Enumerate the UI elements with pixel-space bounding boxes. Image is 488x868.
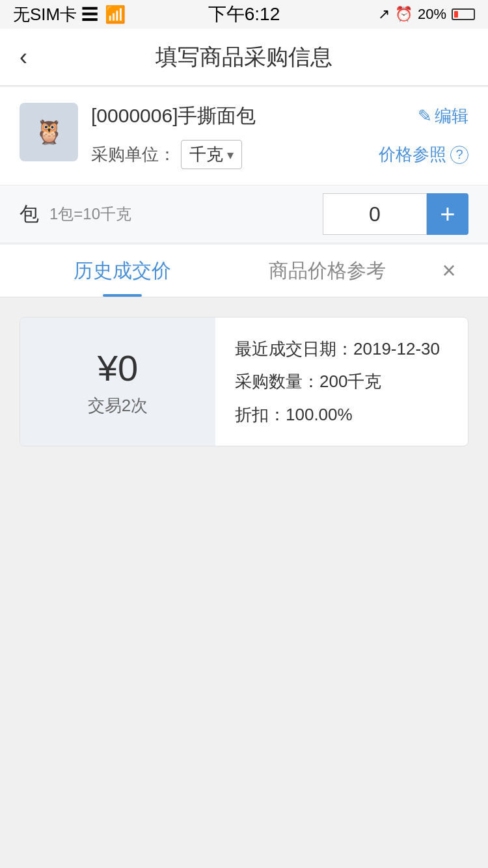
- battery-icon: [452, 8, 475, 20]
- product-info: [0000006]手撕面包 ✎ 编辑 采购单位： 千克 ▾ 价格参照 ?: [91, 103, 468, 169]
- tab-history-price[interactable]: 历史成交价: [20, 245, 224, 297]
- discount-value: 100.00%: [286, 405, 353, 424]
- quantity-unit-hint: 1包=10千克: [49, 204, 131, 224]
- history-card: ¥0 交易2次 最近成交日期：2019-12-30 采购数量：200千克 折扣：…: [20, 317, 468, 446]
- quantity-detail-value: 200千克: [319, 372, 381, 391]
- product-name: [0000006]手撕面包: [91, 103, 256, 129]
- nav-bar: ‹ 填写商品采购信息: [0, 29, 488, 86]
- quantity-label: 包: [20, 201, 39, 228]
- recent-date-label: 最近成交日期：: [235, 339, 353, 359]
- history-section: ¥0 交易2次 最近成交日期：2019-12-30 采购数量：200千克 折扣：…: [0, 297, 488, 466]
- history-price-side: ¥0 交易2次: [20, 318, 215, 446]
- tab-underline: [103, 294, 142, 297]
- status-left: 无SIM卡 ☰ 📶: [13, 3, 126, 26]
- help-icon: ?: [450, 146, 468, 164]
- unit-select[interactable]: 千克 ▾: [181, 140, 242, 169]
- quantity-detail-label: 采购数量：: [235, 372, 319, 391]
- history-trade-count: 交易2次: [88, 394, 148, 417]
- bottom-area: [0, 466, 488, 856]
- product-title: 手撕面包: [178, 105, 256, 126]
- back-button[interactable]: ‹: [0, 44, 47, 71]
- status-right: ↗ ⏰ 20%: [378, 6, 475, 23]
- history-price-value: ¥0: [98, 347, 138, 389]
- history-discount: 折扣：100.00%: [235, 403, 448, 426]
- tab-history-price-label: 历史成交价: [74, 258, 171, 284]
- tab-product-price-ref[interactable]: 商品价格参考: [224, 245, 429, 297]
- discount-label: 折扣：: [235, 405, 286, 424]
- product-card: 🦉 [0000006]手撕面包 ✎ 编辑 采购单位： 千克 ▾ 价格参照 ?: [0, 87, 488, 185]
- history-recent-date: 最近成交日期：2019-12-30: [235, 337, 448, 360]
- tab-product-price-ref-label: 商品价格参考: [269, 258, 386, 284]
- product-header: [0000006]手撕面包 ✎ 编辑: [91, 103, 468, 129]
- quantity-plus-button[interactable]: +: [427, 193, 468, 235]
- wifi-icon: 📶: [105, 5, 126, 25]
- location-icon: ↗: [378, 6, 390, 23]
- carrier-text: 无SIM卡 ☰: [13, 3, 98, 26]
- recent-date-value: 2019-12-30: [353, 339, 440, 359]
- alarm-icon: ⏰: [395, 6, 413, 23]
- edit-label: 编辑: [435, 105, 468, 128]
- history-quantity: 采购数量：200千克: [235, 370, 448, 393]
- product-id: [0000006]: [91, 105, 178, 126]
- unit-label: 采购单位：: [91, 143, 176, 166]
- price-ref-label: 价格参照: [379, 143, 446, 166]
- tab-close-button[interactable]: ×: [429, 245, 468, 297]
- quantity-row: 包 1包=10千克 0 +: [0, 185, 488, 243]
- edit-icon: ✎: [418, 106, 432, 126]
- price-ref-link[interactable]: 价格参照 ?: [379, 143, 468, 166]
- owl-icon: 🦉: [34, 118, 64, 146]
- history-detail-side: 最近成交日期：2019-12-30 采购数量：200千克 折扣：100.00%: [215, 318, 468, 446]
- status-bar: 无SIM卡 ☰ 📶 下午6:12 ↗ ⏰ 20%: [0, 0, 488, 29]
- dropdown-icon: ▾: [227, 147, 234, 163]
- edit-link[interactable]: ✎ 编辑: [418, 105, 468, 128]
- quantity-input[interactable]: 0: [323, 193, 427, 235]
- battery-percent: 20%: [418, 6, 446, 23]
- product-unit-row: 采购单位： 千克 ▾ 价格参照 ?: [91, 140, 468, 169]
- quantity-input-group: 0 +: [323, 193, 468, 235]
- page-title: 填写商品采购信息: [156, 42, 332, 72]
- status-time: 下午6:12: [208, 2, 280, 27]
- unit-value: 千克: [189, 143, 223, 166]
- product-thumbnail: 🦉: [20, 103, 78, 161]
- tab-bar: 历史成交价 商品价格参考 ×: [0, 245, 488, 297]
